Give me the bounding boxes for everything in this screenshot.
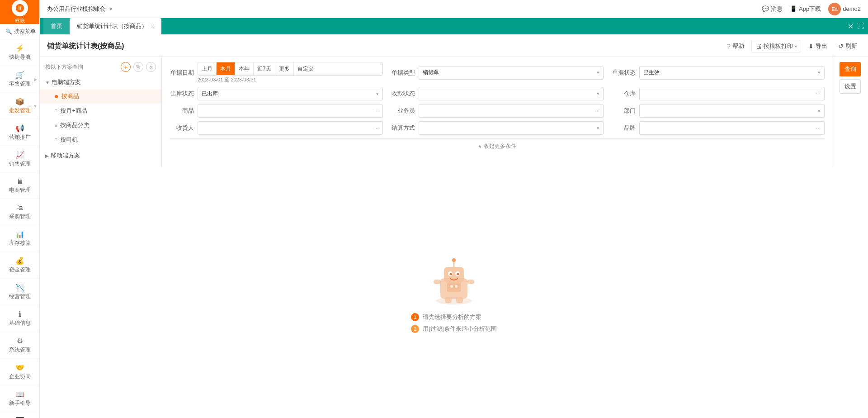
tab-maximize-icon[interactable]: ⛶: [857, 22, 864, 30]
help-button[interactable]: ? 帮助: [723, 40, 748, 52]
empty-tip-2: 2 用[过滤]条件来缩小分析范围: [411, 325, 496, 333]
refresh-button[interactable]: ↺ 刷新: [835, 40, 861, 52]
help-label: 帮助: [732, 42, 744, 50]
avatar-text: Ea: [832, 6, 838, 12]
settlement-arrow: ▾: [597, 125, 599, 131]
tab-close-all-icon[interactable]: ✕: [848, 22, 854, 31]
print-button[interactable]: 🖨 按模板打印 ▾: [751, 40, 801, 52]
sidebar-item-app-center[interactable]: 🔲 应用中心: [0, 412, 39, 418]
tab-home[interactable]: 首页: [43, 18, 70, 34]
warehouse-more-btn[interactable]: ···: [816, 90, 821, 97]
sidebar-item-basic[interactable]: ℹ 基础信息: [0, 305, 39, 332]
date-tab-this-month[interactable]: 本月: [217, 62, 235, 76]
query-button[interactable]: 查询: [840, 62, 861, 76]
payment-status-input[interactable]: ▾: [419, 87, 604, 100]
top-header: 办公用品行业模拟账套 ▾ 💬 消息 📱 App下载 Ea demo2: [40, 0, 868, 18]
svg-rect-9: [434, 280, 441, 284]
sidebar-item-cooperation[interactable]: 🤝 企业协同: [0, 359, 39, 385]
refresh-icon: ↺: [838, 43, 844, 50]
outbound-status-input[interactable]: 已出库 ▾: [198, 87, 383, 100]
scheme-item-by-month-product[interactable]: ≡ 按月+商品: [40, 104, 161, 118]
scheme-collapse-button[interactable]: «: [146, 62, 156, 72]
outbound-status-label: 出库状态: [169, 90, 194, 98]
scheme-item-by-cashier[interactable]: ≡ 按司机: [40, 133, 161, 147]
brand-more-btn[interactable]: ···: [816, 125, 821, 131]
sales-label: 销售管理: [9, 160, 31, 168]
sidebar-item-guide[interactable]: 📖 新手引导: [0, 385, 39, 412]
wholesale-icon: 📦: [15, 97, 24, 106]
tab-close-icon[interactable]: ×: [151, 23, 154, 29]
product-more-btn[interactable]: ···: [374, 108, 379, 114]
sidebar-item-retail[interactable]: 🛒 零售管理 ▶: [0, 66, 39, 93]
empty-tips: 1 请先选择要分析的方案 2 用[过滤]条件来缩小分析范围: [411, 313, 496, 333]
finance-icon: 💰: [15, 256, 24, 265]
message-action[interactable]: 💬 消息: [762, 5, 783, 13]
sidebar-item-wholesale[interactable]: 📦 批发管理 ▼: [0, 93, 39, 119]
user-action[interactable]: Ea demo2: [828, 3, 861, 15]
retail-arrow: ▶: [34, 77, 38, 82]
sidebar-item-quick-nav[interactable]: ⚡ 快捷导航: [0, 39, 39, 66]
marketing-icon: 📢: [15, 124, 24, 133]
page-header: 销货单统计计表(按商品) ? 帮助 🖨 按模板打印 ▾ ⬇ 导出: [40, 34, 868, 57]
scheme-group-mobile-header[interactable]: ▶ 移动端方案: [40, 149, 161, 162]
settings-button[interactable]: 设置: [840, 79, 861, 94]
print-label: 按模板打印: [764, 42, 793, 50]
recipient-more-btn[interactable]: ···: [374, 125, 379, 131]
tab-home-label: 首页: [51, 22, 62, 30]
sidebar-item-ecommerce[interactable]: 🖥 电商管理: [0, 173, 39, 199]
scheme-add-button[interactable]: +: [121, 62, 131, 72]
sidebar-item-operation[interactable]: 📉 经营管理: [0, 279, 39, 305]
salesperson-input[interactable]: ···: [419, 104, 604, 118]
filter-payment-status: 收款状态 ▾: [390, 87, 604, 100]
brand-input[interactable]: ···: [639, 121, 825, 135]
sidebar-item-purchase[interactable]: 🛍 采购管理: [0, 199, 39, 225]
settlement-input[interactable]: ▾: [419, 121, 604, 135]
warehouse-input[interactable]: ···: [639, 87, 825, 100]
retail-label: 零售管理: [9, 80, 31, 88]
title-dropdown-icon[interactable]: ▾: [109, 5, 113, 12]
app-download-icon: 📱: [790, 5, 797, 12]
product-input[interactable]: ···: [198, 104, 383, 118]
operation-label: 经营管理: [9, 293, 31, 300]
date-tab-last-month[interactable]: 上月: [198, 62, 217, 76]
export-button[interactable]: ⬇ 导出: [805, 40, 831, 52]
scheme-item-by-product[interactable]: ● 按商品: [40, 89, 161, 104]
salesperson-more-btn[interactable]: ···: [595, 108, 599, 114]
recipient-input[interactable]: ···: [198, 121, 383, 135]
svg-point-8: [452, 258, 456, 262]
tab-sales-stat[interactable]: 销货单统计计表（按商品） ×: [70, 18, 161, 34]
search-menu-item[interactable]: 🔍 搜索菜单: [0, 24, 39, 39]
wholesale-arrow: ▼: [33, 104, 38, 109]
doc-type-input[interactable]: 销货单 ▾: [419, 66, 604, 80]
filter-doc-type: 单据类型 销货单 ▾: [390, 62, 604, 83]
sidebar-item-system[interactable]: ⚙ 系统管理: [0, 332, 39, 359]
sidebar-item-inventory[interactable]: 📊 库存核算: [0, 225, 39, 252]
sidebar-item-finance[interactable]: 💰 资金管理: [0, 252, 39, 279]
svg-point-15: [455, 285, 458, 288]
by-month-product-icon: ≡: [54, 108, 57, 114]
date-tab-this-year[interactable]: 本年: [235, 62, 254, 76]
doc-status-input[interactable]: 已生效 ▾: [639, 66, 825, 80]
scheme-group-desktop-header[interactable]: ▼ 电脑端方案: [40, 76, 161, 89]
sidebar-item-sales[interactable]: 📈 销售管理: [0, 146, 39, 173]
tip-text-1: 请先选择要分析的方案: [423, 313, 481, 321]
scheme-edit-button[interactable]: ✎: [133, 62, 143, 72]
quick-nav-label: 快捷导航: [9, 53, 31, 61]
filter-product: 商品 ···: [169, 104, 383, 118]
main-area: 办公用品行业模拟账套 ▾ 💬 消息 📱 App下载 Ea demo2 首页: [40, 0, 868, 418]
doc-status-label: 单据状态: [611, 69, 636, 77]
scheme-edit-icon: ✎: [136, 63, 141, 71]
quick-nav-icon: ⚡: [15, 44, 24, 52]
date-tab-more[interactable]: 更多: [275, 62, 294, 76]
tab-sales-stat-label: 销货单统计计表（按商品）: [77, 22, 147, 30]
app-download-action[interactable]: 📱 App下载: [790, 5, 821, 13]
scheme-item-by-product-category[interactable]: ≡ 按商品分类: [40, 118, 161, 133]
department-input[interactable]: ▾: [639, 104, 825, 118]
date-tab-7days[interactable]: 近7天: [254, 62, 275, 76]
scheme-header-title: 按以下方案查询: [45, 63, 83, 71]
date-tab-custom[interactable]: 自定义: [294, 62, 317, 76]
sidebar-item-marketing[interactable]: 📢 营销推广: [0, 119, 39, 146]
collapse-button[interactable]: ∧ 收起更多条件: [478, 142, 516, 150]
system-icon: ⚙: [17, 337, 23, 345]
filter-brand: 品牌 ···: [611, 121, 825, 135]
